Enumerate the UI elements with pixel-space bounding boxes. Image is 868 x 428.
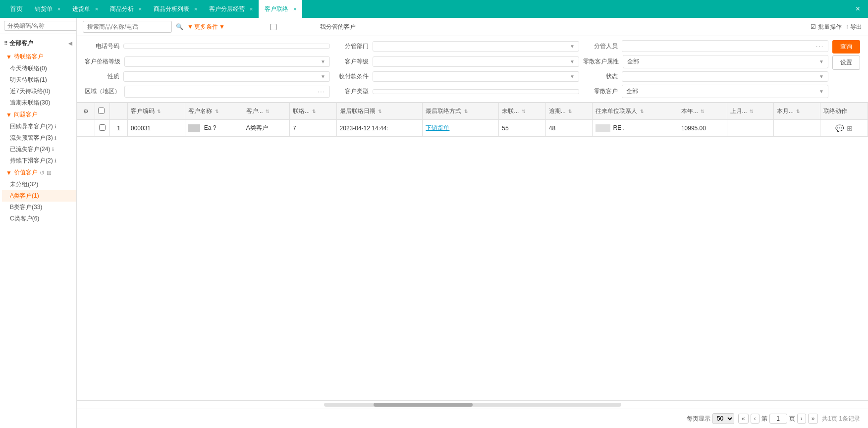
info-icon-0: ℹ [54, 124, 56, 129]
tab-sales[interactable]: 销货单 × [29, 0, 66, 18]
search-input[interactable] [83, 21, 172, 33]
adv-filter-row-2: 客户价格等级 ▼ 客户等级 ▼ [85, 55, 828, 68]
problem-customers-title[interactable]: ▼ 问题客户 [2, 108, 76, 121]
th-settings[interactable]: ⚙ [77, 103, 95, 120]
phone-input[interactable] [123, 44, 330, 49]
sidebar-item-churned[interactable]: 已流失客户(24) ℹ [2, 144, 76, 155]
tab-customer-contact[interactable]: 客户联络 × [259, 0, 302, 18]
sidebar-item-tomorrow[interactable]: 明天待联络(1) [2, 74, 76, 86]
tab-product-analysis-list[interactable]: 商品分析列表 × [148, 0, 203, 18]
close-product-analysis-tab[interactable]: × [139, 6, 142, 12]
sort-icon-contact: ⇅ [312, 109, 316, 114]
pending-contact-title[interactable]: ▼ 待联络客户 [2, 51, 76, 63]
my-customers-checkbox-label[interactable]: 我分管的客户 [229, 23, 356, 31]
sidebar-item-churn-warning[interactable]: 流失预警客户(3) ℹ [2, 132, 76, 144]
tab-customer-segmentation[interactable]: 客户分层经营 × [203, 0, 259, 18]
close-product-analysis-list-tab[interactable]: × [194, 6, 197, 12]
th-unit-contact[interactable]: 往来单位联系人 ⇅ [593, 103, 678, 120]
select-all-checkbox[interactable] [98, 107, 105, 114]
th-checkbox[interactable] [95, 103, 110, 120]
more-filter-button[interactable]: ▼ 更多条件 ▼ [187, 23, 225, 31]
th-customer-type[interactable]: 客户... ⇅ [243, 103, 289, 120]
pagination-bar: 每页显示 50 « ‹ 第 页 › » 共1页 1条记录 [77, 409, 868, 428]
prev-page-button[interactable]: ‹ [751, 414, 760, 424]
refresh-value-icon[interactable]: ↺ [40, 169, 45, 176]
my-customers-checkbox[interactable] [229, 24, 318, 30]
th-this-year[interactable]: 本年... ⇅ [678, 103, 727, 120]
customer-type-input[interactable] [373, 89, 579, 94]
th-this-month[interactable]: 本月... ⇅ [774, 103, 820, 120]
payment-label: 收付款条件 [334, 72, 369, 81]
payment-dropdown[interactable]: ▼ [373, 71, 579, 82]
per-page-select[interactable]: 50 [712, 413, 734, 424]
settings-value-icon[interactable]: ⊞ [47, 169, 52, 176]
td-last-contact-method[interactable]: 下销货单 [423, 120, 499, 137]
query-button[interactable]: 查询 [832, 40, 860, 54]
close-customer-segmentation-tab[interactable]: × [250, 6, 253, 12]
close-purchase-tab[interactable]: × [95, 6, 98, 12]
filter-manager: 分管人员 ··· [583, 40, 828, 52]
close-sales-tab[interactable]: × [57, 6, 60, 12]
adv-filter-action-buttons: 查询 设置 [828, 40, 860, 70]
sidebar-item-abnormal-repurchase[interactable]: 回购异常客户(2) ℹ [2, 121, 76, 132]
region-input[interactable]: ··· [124, 86, 330, 98]
retail-attr-dropdown[interactable]: 全部 ▼ [623, 55, 828, 68]
td-checkbox[interactable] [95, 120, 110, 137]
tab-purchase[interactable]: 进货单 × [66, 0, 104, 18]
chat-action-icon[interactable]: 💬 [835, 124, 844, 132]
retail-customer-dropdown[interactable]: 全部 ▼ [622, 85, 828, 98]
all-customers-title[interactable]: ⠿ 全部客户 ◀ [4, 37, 72, 50]
close-customer-contact-tab[interactable]: × [293, 6, 296, 12]
export-button[interactable]: ↑ 导出 [846, 23, 862, 31]
th-customer-name[interactable]: 客户名称 ⇅ [185, 103, 243, 120]
sort-icon-type: ⇅ [266, 109, 270, 114]
th-contact[interactable]: 联络... ⇅ [290, 103, 336, 120]
sidebar-item-today[interactable]: 今天待联络(0) [2, 63, 76, 74]
horizontal-scrollbar[interactable] [77, 400, 868, 409]
nature-dropdown[interactable]: ▼ [123, 71, 330, 82]
chevron-down-icon: ▼ [219, 23, 225, 30]
scrollbar-track[interactable] [324, 403, 621, 407]
status-dropdown[interactable]: ▼ [622, 71, 828, 82]
th-last-contact-method[interactable]: 最后联络方式 ⇅ [423, 103, 499, 120]
nature-label: 性质 [85, 72, 119, 81]
tab-product-analysis[interactable]: 商品分析 × [104, 0, 148, 18]
value-customers-title[interactable]: ▼ 价值客户 ↺ ⊞ [2, 166, 76, 179]
sidebar-search-input[interactable] [4, 21, 77, 31]
adv-filter-row-1: 电话号码 分管部门 ▼ [85, 40, 828, 52]
last-page-button[interactable]: » [808, 414, 818, 424]
td-customer-name: Ea ? [185, 120, 243, 137]
next-page-button[interactable]: › [797, 414, 806, 424]
expand-arrow-3: ▼ [6, 169, 12, 176]
sidebar-item-class-c[interactable]: C类客户(6) [2, 213, 76, 224]
row-checkbox[interactable] [99, 124, 106, 131]
sidebar-item-declining[interactable]: 持续下滑客户(2) ℹ [2, 155, 76, 166]
th-last-contact-date[interactable]: 最后联络日期 ⇅ [336, 103, 423, 120]
th-uncontacted[interactable]: 未联... ⇅ [499, 103, 545, 120]
first-page-button[interactable]: « [738, 414, 749, 424]
sidebar-item-class-b[interactable]: B类客户(33) [2, 202, 76, 213]
th-last-month[interactable]: 上月... ⇅ [727, 103, 773, 120]
filter-nature: 性质 ▼ [85, 71, 330, 82]
grid-action-icon[interactable]: ⊞ [847, 124, 853, 132]
batch-op-button[interactable]: ☑ 批量操作 [811, 23, 841, 31]
manager-input[interactable]: ··· [622, 40, 828, 52]
th-overdue[interactable]: 逾期... ⇅ [545, 103, 592, 120]
sort-icon-uncontacted: ⇅ [522, 109, 526, 114]
price-grade-dropdown[interactable]: ▼ [124, 56, 330, 67]
sort-icon-date: ⇅ [378, 109, 382, 114]
search-button[interactable]: 🔍 [176, 23, 183, 30]
sidebar-item-overdue[interactable]: 逾期未联络(30) [2, 97, 76, 108]
sidebar-item-class-a[interactable]: A类客户(1) [2, 190, 76, 202]
dept-dropdown[interactable]: ▼ [373, 41, 579, 52]
window-close-button[interactable]: × [852, 4, 864, 13]
last-contact-method-link[interactable]: 下销货单 [426, 124, 449, 131]
th-customer-code[interactable]: 客户编码 ⇅ [128, 103, 185, 120]
scrollbar-thumb[interactable] [374, 403, 473, 407]
customer-grade-dropdown[interactable]: ▼ [373, 56, 579, 67]
sidebar-item-ungrouped[interactable]: 未分组(32) [2, 179, 76, 190]
page-number-input[interactable] [769, 414, 787, 424]
settings-button[interactable]: 设置 [832, 55, 860, 70]
home-tab[interactable]: 首页 [4, 4, 29, 13]
sidebar-item-7days[interactable]: 近7天待联络(0) [2, 86, 76, 97]
